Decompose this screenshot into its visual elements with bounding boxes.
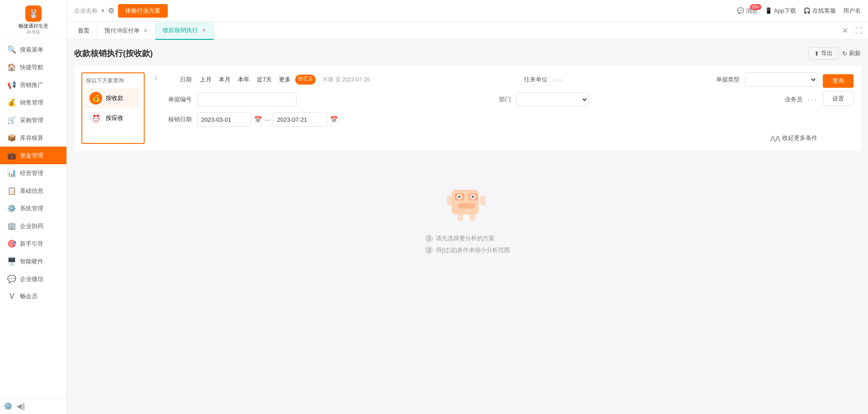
sidebar-item-weixin[interactable]: 💬 企业微信: [0, 270, 66, 288]
refresh-button[interactable]: ↻ 刷新: [842, 47, 861, 60]
home-icon: 🏠: [7, 63, 16, 71]
partner-input[interactable]: ···: [553, 75, 562, 85]
collapse-sidebar-icon[interactable]: ◀‖: [16, 402, 25, 410]
writeoff-date-group: 📅 — 📅: [197, 112, 338, 127]
collapse-panel-button[interactable]: 《: [150, 72, 159, 144]
svg-rect-4: [447, 195, 453, 205]
sidebar-bottom: ⚙️ ◀‖: [0, 398, 66, 414]
topbar-left: 企业名称 ▾ ⚙ 体验行业方案: [74, 4, 731, 18]
query-button[interactable]: 查询: [823, 74, 854, 88]
date-custom-badge[interactable]: 自定义: [295, 75, 316, 85]
topbar: 企业名称 ▾ ⚙ 体验行业方案 💬 消息 99+ 📱 App下载 🎧 在线客服 …: [67, 0, 868, 22]
sidebar-item-quicknav[interactable]: 🏠 快捷导航: [0, 58, 66, 76]
empty-robot-svg: [445, 178, 490, 224]
sidebar-item-search[interactable]: 🔍 搜索菜单: [0, 41, 66, 58]
date-this-month-btn[interactable]: 本月: [216, 75, 233, 85]
tab-close-collect[interactable]: ✕: [202, 27, 206, 33]
writeoff-date-end-input[interactable]: [273, 112, 327, 127]
step-2-num: 2: [425, 246, 433, 254]
sidebar-item-basic[interactable]: 📋 基础信息: [0, 182, 66, 200]
dept-select[interactable]: [516, 92, 589, 107]
tab-collect[interactable]: 收款核销执行 ✕: [156, 22, 214, 40]
sidebar-item-guide[interactable]: 🎯 新手引导: [0, 235, 66, 252]
close-tab-button[interactable]: ✕: [840, 24, 850, 37]
date-label: 日期: [165, 76, 192, 84]
export-icon: ⬆: [814, 50, 819, 57]
sidebar-item-member[interactable]: V 畅会员: [0, 288, 66, 305]
settings-button[interactable]: 设置: [823, 91, 854, 106]
member-icon: V: [7, 292, 16, 300]
solution-button[interactable]: 体验行业方案: [118, 4, 168, 18]
message-badge: 99+: [750, 4, 761, 10]
writeoff-date-start-input[interactable]: [197, 112, 251, 127]
date-this-year-btn[interactable]: 本年: [235, 75, 252, 85]
operation-icon: 📊: [7, 169, 16, 177]
filter-row-2: 单据编号 部门 业务员 ···: [165, 92, 817, 107]
date-more-btn[interactable]: 更多: [276, 75, 293, 85]
search-icon: 🔍: [7, 45, 16, 54]
maximize-tab-button[interactable]: ⛶: [854, 24, 864, 37]
refresh-icon: ↻: [842, 50, 847, 57]
sidebar-item-purchase[interactable]: 🛒 采购管理: [0, 111, 66, 129]
enterprise-icon: 🏢: [7, 222, 16, 230]
svg-rect-7: [470, 214, 475, 221]
sidebar-menu: 🔍 搜索菜单 🏠 快捷导航 📢 营销推广 💰 销售管理 🛒 采购管理 📦 库存核…: [0, 39, 66, 398]
page-title: 收款核销执行(按收款): [74, 48, 153, 59]
query-type-title: 按以下方案查询: [86, 77, 140, 85]
sidebar-item-system[interactable]: ⚙️ 系统管理: [0, 200, 66, 217]
query-type-by-receipt[interactable]: 💰 按收款: [86, 88, 140, 108]
finance-icon: 💼: [7, 151, 16, 160]
sidebar-item-hardware[interactable]: 🖥️ 智能硬件: [0, 252, 66, 270]
logo-text: 畅捷通好生意 标准版: [19, 23, 48, 35]
svg-rect-5: [480, 195, 486, 205]
purchase-icon: 🛒: [7, 116, 16, 124]
collapse-more-button[interactable]: ⋀⋀ 收起更多条件: [770, 134, 817, 142]
sidebar-item-inventory[interactable]: 📦 库存核算: [0, 129, 66, 147]
staff-label: 业务员: [775, 95, 802, 104]
date-quick-buttons: 上月 本月 本年 近7天 更多 自定义: [197, 75, 316, 85]
export-button[interactable]: ⬆ 导出: [808, 47, 839, 60]
tabbar-actions: ✕ ⛶: [840, 24, 864, 37]
doc-type-select[interactable]: [745, 72, 817, 87]
sidebar-item-marketing[interactable]: 📢 营销推广: [0, 76, 66, 94]
date-last-month-btn[interactable]: 上月: [197, 75, 214, 85]
dropdown-icon[interactable]: ▾: [101, 7, 104, 14]
staff-input[interactable]: ···: [808, 95, 817, 105]
message-button[interactable]: 💬 消息 99+: [737, 7, 758, 15]
settings-bottom-icon[interactable]: ⚙️: [4, 402, 13, 410]
doc-num-label: 单据编号: [165, 95, 192, 104]
date-range-text: 不限 至 2023-07-26: [323, 76, 370, 84]
tab-close-prepay[interactable]: ✕: [143, 28, 148, 34]
sidebar-item-operation[interactable]: 📊 经营管理: [0, 164, 66, 182]
tab-home[interactable]: 首页: [71, 22, 97, 40]
app-download-button[interactable]: 📱 App下载: [765, 7, 796, 15]
date-separator: —: [264, 116, 270, 123]
receivable-icon: ⏰: [90, 112, 102, 124]
system-icon: ⚙️: [7, 204, 16, 213]
sidebar-logo: 🐰 畅捷通好生意 标准版: [0, 0, 66, 39]
page-actions: ⬆ 导出 ↻ 刷新: [808, 47, 861, 60]
svg-rect-3: [458, 203, 475, 209]
empty-text: 1 请先选择要分析的方案 2 用[过滤]条件来缩小分析范围: [425, 233, 509, 256]
collapse-more-icon: ⋀⋀: [770, 135, 780, 142]
query-type-by-receivable[interactable]: ⏰ 按应收: [86, 108, 140, 128]
topbar-brand: 企业名称: [74, 7, 98, 15]
sidebar-item-finance[interactable]: 💼 资金管理: [0, 147, 66, 164]
date-7days-btn[interactable]: 近7天: [254, 75, 274, 85]
sidebar-item-sales[interactable]: 💰 销售管理: [0, 94, 66, 111]
sidebar-item-enterprise[interactable]: 🏢 企业协同: [0, 217, 66, 235]
guide-icon: 🎯: [7, 239, 16, 248]
empty-state: 1 请先选择要分析的方案 2 用[过滤]条件来缩小分析范围: [74, 151, 861, 283]
user-button[interactable]: 用户名: [843, 7, 861, 15]
filter-actions: 查询 设置: [823, 72, 854, 144]
gear-icon[interactable]: ⚙: [108, 6, 114, 15]
doc-num-input[interactable]: [197, 92, 297, 107]
tabbar: 首页 预付冲应付单 ✕ 收款核销执行 ✕ ✕ ⛶: [67, 22, 868, 40]
tab-prepay[interactable]: 预付冲应付单 ✕: [97, 22, 156, 40]
calendar-start-icon[interactable]: 📅: [254, 116, 262, 123]
marketing-icon: 📢: [7, 81, 16, 89]
partner-label: 往来单位: [520, 76, 547, 84]
calendar-end-icon[interactable]: 📅: [330, 116, 338, 123]
online-service-button[interactable]: 🎧 在线客服: [803, 7, 836, 15]
dept-label: 部门: [484, 95, 511, 104]
